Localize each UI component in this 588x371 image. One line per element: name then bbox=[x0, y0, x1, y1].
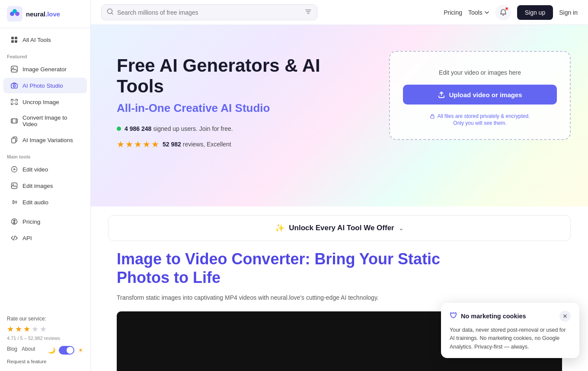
image-generator-label: Image Generator bbox=[22, 66, 67, 73]
svg-rect-4 bbox=[11, 37, 14, 39]
sidebar-item-image-generator[interactable]: Image Generator bbox=[3, 61, 87, 77]
hero-left: Free AI Generators & AI Tools All-in-One… bbox=[117, 51, 372, 149]
svg-rect-12 bbox=[13, 100, 16, 104]
hero-section: Free AI Generators & AI Tools All-in-One… bbox=[91, 25, 588, 206]
svg-rect-10 bbox=[11, 84, 17, 88]
svg-rect-7 bbox=[15, 40, 17, 43]
hero-title: Free AI Generators & AI Tools bbox=[117, 55, 372, 97]
rating-star-4: ★ bbox=[143, 139, 150, 149]
about-link[interactable]: About bbox=[22, 346, 35, 355]
svg-point-3 bbox=[13, 9, 17, 13]
filter-icon[interactable] bbox=[305, 8, 312, 16]
camera-icon bbox=[10, 82, 18, 89]
upload-hint: Edit your video or images here bbox=[439, 69, 521, 76]
unlock-chevron-icon: ⌄ bbox=[399, 225, 404, 231]
sidebar-item-convert[interactable]: Convert Image to Video bbox=[3, 111, 87, 131]
sun-icon: ☀ bbox=[78, 347, 83, 354]
film-icon bbox=[10, 117, 18, 125]
svg-marker-17 bbox=[14, 168, 16, 171]
cookie-close-button[interactable]: ✕ bbox=[559, 311, 571, 322]
edit-images-label: Edit images bbox=[22, 183, 53, 189]
cookie-header: 🛡 No marketing cookies ✕ bbox=[450, 311, 571, 322]
play-icon bbox=[10, 165, 18, 173]
online-dot bbox=[117, 127, 121, 131]
svg-point-19 bbox=[13, 184, 14, 185]
grid-icon bbox=[10, 36, 18, 44]
search-icon bbox=[107, 8, 114, 16]
svg-point-9 bbox=[13, 67, 14, 69]
sidebar-links: Blog About 🌙 ☀ bbox=[7, 346, 83, 355]
logo-text: neural.love bbox=[26, 10, 60, 18]
rating-star-2: ★ bbox=[125, 139, 133, 149]
header-right: Pricing Tools Sign up Sign in bbox=[444, 5, 578, 20]
star-5: ★ bbox=[40, 324, 47, 334]
signup-button[interactable]: Sign up bbox=[517, 5, 553, 20]
sidebar-item-variations[interactable]: AI Image Variations bbox=[3, 132, 87, 148]
search-box[interactable] bbox=[101, 4, 317, 20]
svg-rect-15 bbox=[12, 138, 16, 143]
image-icon bbox=[10, 182, 18, 190]
sparkle-icon: ✨ bbox=[275, 223, 284, 233]
header: Pricing Tools Sign up Sign in bbox=[91, 0, 588, 25]
theme-toggle-track[interactable] bbox=[59, 346, 74, 355]
svg-rect-22 bbox=[431, 116, 434, 118]
rating-star-3: ★ bbox=[134, 139, 142, 149]
audio-icon bbox=[10, 198, 18, 206]
signin-button[interactable]: Sign in bbox=[559, 9, 578, 16]
hero-rating-stars: ★ ★ ★ ★ ★ bbox=[117, 139, 159, 149]
rating-star-5: ★ bbox=[151, 139, 159, 149]
convert-label: Convert Image to Video bbox=[22, 114, 80, 127]
photo-studio-label: AI Photo Studio bbox=[22, 82, 63, 89]
rating-stars: ★ ★ ★ ★ ★ bbox=[7, 324, 83, 334]
tools-nav-button[interactable]: Tools bbox=[468, 9, 489, 16]
copy-icon bbox=[10, 136, 18, 144]
star-4: ★ bbox=[32, 324, 38, 334]
sidebar-item-pricing[interactable]: Pricing bbox=[3, 214, 87, 229]
svg-rect-6 bbox=[11, 40, 14, 43]
pricing-nav-link[interactable]: Pricing bbox=[444, 9, 462, 16]
unlock-text: Unlock Every AI Tool We Offer bbox=[289, 224, 394, 232]
expand-icon bbox=[10, 98, 18, 106]
main-tools-label: Main tools bbox=[0, 148, 90, 161]
hero-users-text: 4 986 248 signed up users. Join for free… bbox=[125, 125, 233, 132]
notification-button[interactable] bbox=[495, 5, 511, 20]
upload-button[interactable]: Upload video or images bbox=[403, 85, 557, 105]
cookie-title: No marketing cookies bbox=[461, 313, 526, 320]
svg-point-11 bbox=[13, 85, 16, 87]
pricing-label: Pricing bbox=[22, 219, 40, 225]
star-1: ★ bbox=[7, 324, 14, 334]
hero-rating: ★ ★ ★ ★ ★ 52 982 reviews, Excellent bbox=[117, 139, 372, 149]
moon-icon: 🌙 bbox=[48, 347, 55, 354]
sidebar-item-edit-audio[interactable]: Edit audio bbox=[3, 194, 87, 210]
edit-video-label: Edit video bbox=[22, 166, 48, 173]
sidebar-item-edit-video[interactable]: Edit video bbox=[3, 162, 87, 177]
cookie-popup: 🛡 No marketing cookies ✕ Your data, neve… bbox=[441, 303, 579, 358]
logo[interactable]: neural.love bbox=[0, 0, 90, 28]
theme-toggle[interactable]: 🌙 ☀ bbox=[48, 346, 83, 355]
search-input[interactable] bbox=[117, 9, 301, 16]
sidebar-item-api[interactable]: API bbox=[3, 230, 87, 246]
sidebar-item-edit-images[interactable]: Edit images bbox=[3, 178, 87, 193]
variations-label: AI Image Variations bbox=[22, 137, 73, 143]
star-3: ★ bbox=[23, 324, 30, 334]
sidebar-item-all-tools[interactable]: All AI Tools bbox=[3, 32, 87, 48]
star-2: ★ bbox=[15, 324, 22, 334]
cookie-title-row: 🛡 No marketing cookies bbox=[450, 311, 526, 320]
logo-icon bbox=[7, 6, 22, 22]
unlock-bar[interactable]: ✨ Unlock Every AI Tool We Offer ⌄ bbox=[108, 215, 571, 241]
sidebar-item-uncrop[interactable]: Uncrop Image bbox=[3, 94, 87, 110]
upload-icon bbox=[438, 91, 445, 98]
hero-users: 4 986 248 signed up users. Join for free… bbox=[117, 125, 372, 132]
notification-dot bbox=[505, 7, 508, 10]
blog-link[interactable]: Blog bbox=[7, 346, 17, 355]
request-feature-link[interactable]: Request a feature bbox=[7, 359, 83, 364]
hero-subtitle: All-in-One Creative AI Studio bbox=[117, 101, 372, 115]
dollar-icon bbox=[10, 218, 18, 225]
section-subtitle: Transform static images into captivating… bbox=[91, 287, 588, 302]
svg-rect-13 bbox=[11, 119, 17, 123]
theme-toggle-thumb bbox=[67, 347, 74, 354]
lock-icon bbox=[430, 114, 435, 119]
svg-rect-0 bbox=[7, 6, 22, 22]
rating-score: 4.71 / 5 – 52,982 reviews bbox=[7, 336, 83, 341]
sidebar-item-photo-studio[interactable]: AI Photo Studio bbox=[3, 78, 87, 93]
